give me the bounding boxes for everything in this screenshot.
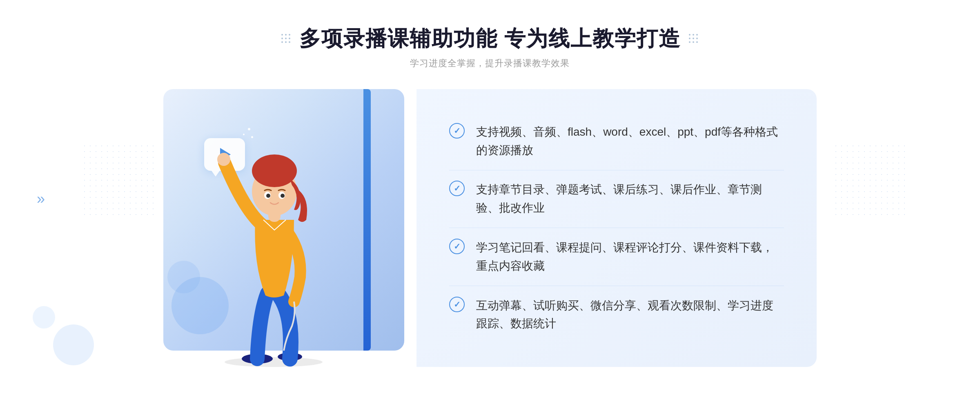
dot — [281, 41, 283, 43]
check-mark-2: ✓ — [454, 184, 461, 192]
dot — [285, 34, 287, 36]
dot — [281, 38, 283, 39]
svg-point-9 — [266, 194, 270, 198]
check-icon-3: ✓ — [449, 239, 465, 254]
feature-text-1: 支持视频、音频、flash、word、excel、ppt、pdf等各种格式的资源… — [476, 123, 784, 160]
check-icon-1: ✓ — [449, 123, 465, 139]
dot — [689, 41, 690, 43]
feature-text-2: 支持章节目录、弹题考试、课后练习、课后作业、章节测验、批改作业 — [476, 181, 784, 217]
check-mark-1: ✓ — [454, 127, 461, 135]
page-deco-circle-small — [33, 306, 55, 329]
dot — [289, 38, 290, 39]
svg-point-6 — [252, 154, 297, 187]
feature-item-3: ✓ 学习笔记回看、课程提问、课程评论打分、课件资料下载，重点内容收藏 — [449, 230, 784, 284]
feature-item-4: ✓ 互动弹幕、试听购买、微信分享、观看次数限制、学习进度跟踪、数据统计 — [449, 288, 784, 342]
feature-text-3: 学习笔记回看、课程提问、课程评论打分、课件资料下载，重点内容收藏 — [476, 239, 784, 275]
title-row: 多项录播课辅助功能 专为线上教学打造 — [281, 25, 699, 53]
feature-text-4: 互动弹幕、试听购买、微信分享、观看次数限制、学习进度跟踪、数据统计 — [476, 297, 784, 333]
dot — [696, 38, 698, 39]
svg-point-10 — [281, 194, 285, 198]
dot — [689, 38, 690, 39]
deco-circle-small — [167, 261, 200, 293]
dot — [693, 34, 694, 36]
dot — [689, 34, 690, 36]
dot — [693, 41, 694, 43]
check-mark-4: ✓ — [454, 300, 461, 309]
dot — [693, 38, 694, 39]
check-icon-2: ✓ — [449, 181, 465, 196]
dot — [696, 41, 698, 43]
dot — [285, 38, 287, 39]
content-panel: ✓ 支持视频、音频、flash、word、excel、ppt、pdf等各种格式的… — [416, 89, 817, 367]
dot — [285, 41, 287, 43]
divider-2 — [449, 228, 784, 228]
divider-1 — [449, 170, 784, 170]
svg-point-0 — [225, 357, 323, 367]
illustration-wrapper — [163, 89, 416, 367]
feature-item-2: ✓ 支持章节目录、弹题考试、课后练习、课后作业、章节测验、批改作业 — [449, 172, 784, 226]
dot — [289, 41, 290, 43]
svg-point-3 — [217, 153, 230, 166]
dot — [281, 34, 283, 36]
subtitle: 学习进度全掌握，提升录播课教学效果 — [410, 57, 570, 69]
content-area: ✓ 支持视频、音频、flash、word、excel、ppt、pdf等各种格式的… — [163, 89, 817, 367]
character-illustration — [196, 138, 351, 367]
main-title: 多项录播课辅助功能 专为线上教学打造 — [299, 25, 681, 53]
title-dots-left — [281, 34, 291, 44]
title-dots-right — [689, 34, 699, 44]
chevron-left-icon: » — [37, 190, 45, 208]
page-deco-circle-large — [53, 324, 94, 365]
dots-right — [833, 143, 906, 217]
title-section: 多项录播课辅助功能 专为线上教学打造 学习进度全掌握，提升录播课教学效果 — [281, 25, 699, 69]
dot — [696, 34, 698, 36]
dots-left — [82, 143, 155, 217]
accent-bar — [363, 89, 371, 351]
check-icon-4: ✓ — [449, 297, 465, 312]
check-mark-3: ✓ — [454, 242, 461, 250]
feature-item-1: ✓ 支持视频、音频、flash、word、excel、ppt、pdf等各种格式的… — [449, 115, 784, 168]
sparkle-dot-1 — [248, 128, 250, 130]
page-container: » 多项录播课辅助功能 专为线上教学打造 — [0, 0, 980, 398]
left-arrows-decoration: » — [37, 190, 45, 208]
sparkle-dot-2 — [243, 134, 245, 135]
dot — [289, 34, 290, 36]
divider-3 — [449, 286, 784, 286]
